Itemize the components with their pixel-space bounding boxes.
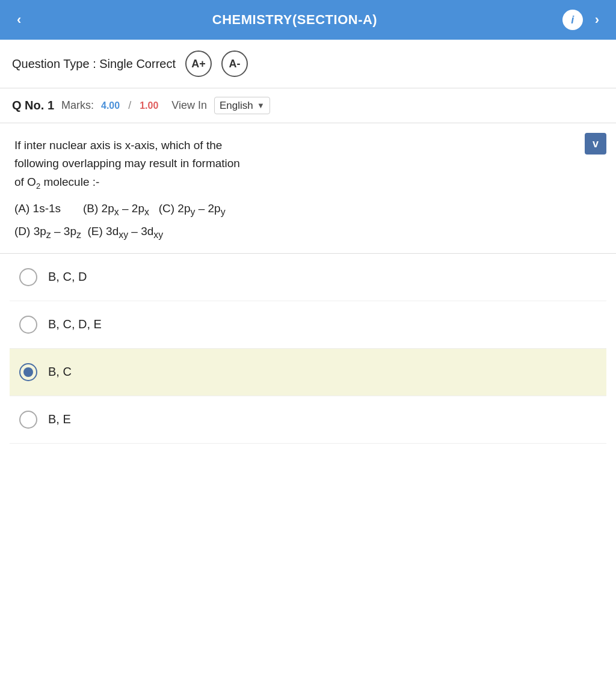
dropdown-arrow-icon: ▼ [257,101,265,110]
question-type-label: Question Type : Single Correct [12,57,176,71]
radio-button-2[interactable] [19,316,37,334]
info-icon[interactable]: i [562,10,583,30]
question-body-wrapper: If inter nuclear axis is x-axis, which o… [0,123,616,254]
question-inline-options: (A) 1s-1s (B) 2px – 2px (C) 2py – 2py (D… [14,198,602,243]
option-label-3: B, C [48,365,72,379]
back-button[interactable]: ‹ [11,10,27,30]
answer-options: B, C, D B, C, D, E B, C B, E [0,254,616,444]
inline-option-line2: (D) 3pz – 3pz (E) 3dxy – 3dxy [14,221,602,243]
question-line3: of O2 molecule :- [14,176,99,188]
option-label-1: B, C, D [48,270,87,284]
radio-button-1[interactable] [19,268,37,286]
header-title: CHEMISTRY(SECTION-A) [27,12,562,28]
question-text: If inter nuclear axis is x-axis, which o… [14,136,602,192]
radio-button-4[interactable] [19,411,37,429]
option-label-2: B, C, D, E [48,317,102,331]
option-row-4[interactable]: B, E [10,396,606,444]
collapse-button[interactable]: v [585,133,606,155]
marks-positive: 4.00 [101,100,120,111]
language-dropdown[interactable]: English Hindi [220,100,253,111]
option-row-3[interactable]: B, C [10,349,606,396]
marks-negative: 1.00 [140,100,158,111]
question-number: Q No. 1 [12,99,54,112]
question-body: If inter nuclear axis is x-axis, which o… [0,123,616,254]
question-line1: If inter nuclear axis is x-axis, which o… [14,139,222,152]
inline-option-line1: (A) 1s-1s (B) 2px – 2px (C) 2py – 2py [14,198,602,221]
font-decrease-button[interactable]: A- [221,51,248,77]
option-row-1[interactable]: B, C, D [10,254,606,301]
question-type-bar: Question Type : Single Correct A+ A- [0,40,616,88]
font-increase-button[interactable]: A+ [185,51,212,77]
marks-separator: / [128,99,131,112]
question-meta-bar: Q No. 1 Marks: 4.00 / 1.00 View In Engli… [0,88,616,123]
radio-inner-3 [23,367,33,377]
language-selector[interactable]: English Hindi ▼ [214,97,270,114]
question-line2: following overlapping may result in form… [14,157,240,170]
header: ‹ CHEMISTRY(SECTION-A) i › [0,0,616,40]
radio-button-3[interactable] [19,363,37,381]
option-row-2[interactable]: B, C, D, E [10,301,606,349]
forward-button[interactable]: › [589,10,605,30]
marks-label: Marks: [61,99,94,112]
option-label-4: B, E [48,412,71,426]
view-in-label: View In [171,99,207,112]
app-container: ‹ CHEMISTRY(SECTION-A) i › Question Type… [0,0,616,698]
